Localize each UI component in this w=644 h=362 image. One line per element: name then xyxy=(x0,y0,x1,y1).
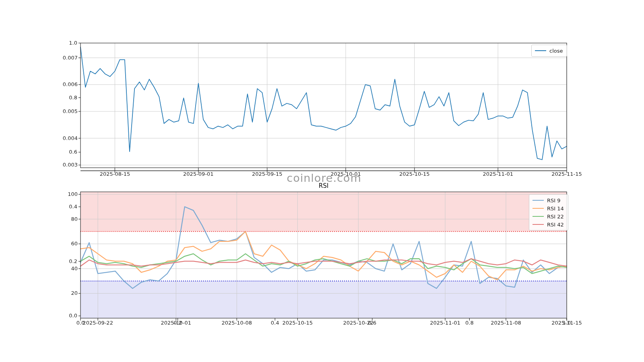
legend-line-swatch xyxy=(533,216,544,217)
rsi-x-tick-label: 2025-09-22 xyxy=(83,320,113,326)
legend-line-swatch xyxy=(533,224,544,225)
rsi-y-tick-label: 80 xyxy=(71,216,78,222)
legend-item-rsi-42: RSI 42 xyxy=(533,220,564,228)
price-y-tick-label: 0.003 xyxy=(63,162,78,168)
rsi-y-tick-label: 20 xyxy=(71,290,78,296)
rsi-x-tick-label: 2025-11-08 xyxy=(491,320,521,326)
legend-item-rsi-14: RSI 14 xyxy=(533,204,564,212)
price-chart-legend: close xyxy=(531,45,567,57)
legend-label: RSI 22 xyxy=(547,214,564,220)
rsi-x-tick-label: 2025-10-15 xyxy=(283,320,313,326)
figure-y-tick-label: 0.2 xyxy=(69,258,77,265)
legend-label: RSI 9 xyxy=(547,197,561,204)
price-x-tick-label: 2025-09-01 xyxy=(183,171,214,177)
figure-y-tick-label: 0.0 xyxy=(69,313,77,319)
price-x-tick-label: 2025-10-15 xyxy=(399,171,430,177)
legend-line-swatch xyxy=(533,200,544,201)
rsi-y-tick-label: 60 xyxy=(71,241,78,247)
figure-x-tick-label: 0.6 xyxy=(368,320,376,326)
figure-y-tick-label: 0.4 xyxy=(69,204,77,210)
price-y-tick-label: 0.006 xyxy=(63,81,78,88)
legend-label: close xyxy=(549,48,563,54)
rsi-x-tick-label: 2025-10-08 xyxy=(222,320,252,326)
figure-x-tick-label: 0.2 xyxy=(173,320,182,326)
rsi-x-tick-label: 2025-11-01 xyxy=(430,320,460,326)
price-x-tick-label: 2025-08-15 xyxy=(100,171,130,177)
price-y-tick-label: 0.007 xyxy=(63,55,78,61)
legend-label: RSI 14 xyxy=(547,206,564,212)
figure-y-tick-label: 0.6 xyxy=(69,149,77,155)
price-y-tick-label: 0.004 xyxy=(63,135,78,142)
figure-x-tick-label: 1.0 xyxy=(563,320,571,326)
legend-item-close: close xyxy=(535,47,563,55)
figure-y-tick-label: 1.0 xyxy=(69,40,77,46)
legend-item-rsi-22: RSI 22 xyxy=(533,212,564,220)
legend-line-swatch xyxy=(533,208,544,209)
rsi-chart-title: RSI xyxy=(283,182,364,189)
figure-y-tick-label: 0.8 xyxy=(69,95,77,101)
legend-label: RSI 42 xyxy=(547,222,564,228)
figure: 0.0070.0060.0050.0040.003100806040201.00… xyxy=(0,0,644,362)
rsi-chart-legend: RSI 9RSI 14RSI 22RSI 42 xyxy=(529,194,568,230)
price-x-tick-label: 2025-11-01 xyxy=(483,171,513,177)
legend-line-swatch xyxy=(535,50,546,51)
price-y-tick-label: 0.005 xyxy=(63,108,78,115)
figure-x-tick-label: 0.0 xyxy=(76,320,85,326)
rsi-y-tick-label: 40 xyxy=(71,265,78,272)
figure-x-tick-label: 0.4 xyxy=(271,320,279,326)
figure-x-tick-label: 0.8 xyxy=(465,320,474,326)
rsi-y-tick-label: 100 xyxy=(68,191,78,197)
price-x-tick-label: 2025-11-15 xyxy=(551,171,582,177)
legend-item-rsi-9: RSI 9 xyxy=(533,196,564,204)
